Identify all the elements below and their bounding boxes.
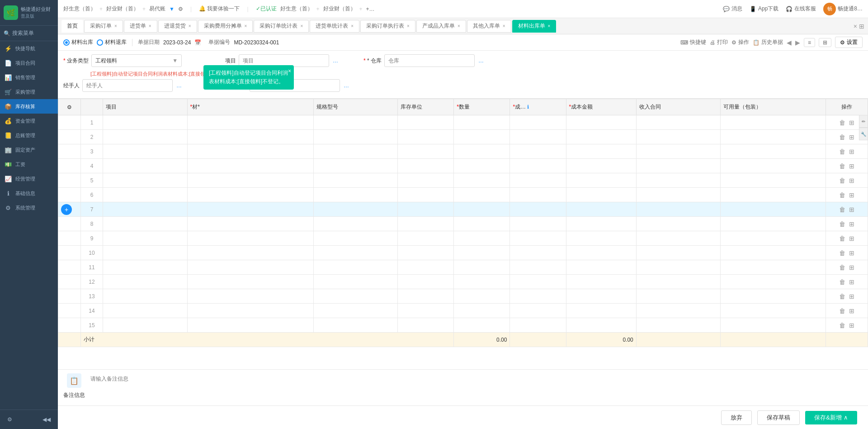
- row-spec[interactable]: [313, 260, 397, 275]
- row-copy-icon[interactable]: ⊞: [849, 220, 854, 228]
- row-cost-amount[interactable]: [566, 115, 636, 130]
- warehouse-input[interactable]: [384, 54, 475, 67]
- topbar-appdownload-btn[interactable]: 📱 App下载: [750, 5, 778, 13]
- row-delete-icon[interactable]: 🗑: [839, 119, 845, 126]
- topbar-message-btn[interactable]: 💬 消息: [723, 5, 742, 13]
- row-material[interactable]: [187, 159, 313, 173]
- row-spec[interactable]: [313, 217, 397, 231]
- sidebar-item-payroll[interactable]: 💵 工资: [0, 157, 58, 172]
- row-spec[interactable]: [313, 231, 397, 246]
- row-qty[interactable]: [454, 188, 510, 202]
- row-qty[interactable]: [454, 289, 510, 304]
- row-qty[interactable]: [454, 159, 510, 173]
- right-tool-2[interactable]: 🔧: [859, 128, 868, 140]
- row-delete-icon[interactable]: 🗑: [839, 293, 845, 300]
- tab-home[interactable]: 首页: [61, 20, 83, 33]
- row-cost-price[interactable]: [510, 275, 566, 289]
- row-copy-icon[interactable]: ⊞: [849, 119, 854, 126]
- row-cost-price[interactable]: [510, 289, 566, 304]
- income-contract-ellipsis-btn[interactable]: …: [344, 82, 349, 89]
- row-cost-amount[interactable]: [566, 144, 636, 159]
- tab-finished-goods[interactable]: 产成品入库单 ×: [416, 20, 466, 33]
- sidebar-item-fixed-assets[interactable]: 🏢 固定资产: [0, 143, 58, 157]
- row-income-contract[interactable]: [636, 173, 720, 188]
- topbar-dropdown-btn[interactable]: ▼: [169, 6, 175, 12]
- row-material[interactable]: [187, 188, 313, 202]
- row-cost-price[interactable]: [510, 173, 566, 188]
- tab-close-purchase-exec[interactable]: ×: [407, 24, 410, 29]
- row-unit[interactable]: [398, 246, 454, 260]
- row-income-contract[interactable]: [636, 304, 720, 318]
- row-material[interactable]: [187, 115, 313, 130]
- row-unit[interactable]: [398, 202, 454, 217]
- handler-ellipsis-btn[interactable]: …: [176, 82, 182, 89]
- operations-btn[interactable]: ⚙ 操作: [731, 38, 749, 46]
- row-income-contract[interactable]: [636, 159, 720, 173]
- row-unit[interactable]: [398, 231, 454, 246]
- row-copy-icon[interactable]: ⊞: [849, 191, 854, 199]
- row-cost-amount[interactable]: [566, 304, 636, 318]
- row-delete-icon[interactable]: 🗑: [839, 220, 845, 228]
- row-qty[interactable]: [454, 173, 510, 188]
- row-copy-icon[interactable]: ⊞: [849, 148, 854, 155]
- shortcut-key-btn[interactable]: ⌨ 快捷键: [680, 38, 706, 46]
- row-delete-icon[interactable]: 🗑: [839, 206, 845, 213]
- row-spec[interactable]: [313, 289, 397, 304]
- row-spec[interactable]: [313, 202, 397, 217]
- row-material[interactable]: [187, 304, 313, 318]
- tab-material-outbound[interactable]: 材料出库单 ×: [512, 20, 557, 33]
- tab-purchase-order[interactable]: 采购订单 ×: [84, 20, 123, 33]
- row-qty[interactable]: [454, 260, 510, 275]
- sidebar-item-sys-mgmt[interactable]: ⚙ 系统管理: [0, 200, 58, 215]
- row-available-qty[interactable]: [721, 130, 826, 144]
- radio-material-return[interactable]: 材料退库: [97, 38, 127, 46]
- row-material[interactable]: [187, 246, 313, 260]
- handler-input[interactable]: [82, 79, 173, 92]
- row-delete-icon[interactable]: 🗑: [839, 307, 845, 315]
- row-available-qty[interactable]: [721, 260, 826, 275]
- row-material[interactable]: [187, 202, 313, 217]
- row-income-contract[interactable]: [636, 289, 720, 304]
- row-income-contract[interactable]: [636, 231, 720, 246]
- row-unit[interactable]: [398, 275, 454, 289]
- settings-btn[interactable]: ⚙ 设置: [835, 37, 863, 48]
- next-doc-btn[interactable]: ▶: [795, 39, 800, 46]
- row-cost-amount[interactable]: [566, 289, 636, 304]
- row-material[interactable]: [187, 289, 313, 304]
- sidebar-search-menu[interactable]: 🔍 搜索菜单: [0, 26, 58, 41]
- row-cost-price[interactable]: [510, 202, 566, 217]
- row-delete-icon[interactable]: 🗑: [839, 235, 845, 242]
- row-available-qty[interactable]: [721, 275, 826, 289]
- row-copy-icon[interactable]: ⊞: [849, 293, 854, 300]
- row-copy-icon[interactable]: ⊞: [849, 133, 854, 141]
- row-unit[interactable]: [398, 173, 454, 188]
- save-new-btn[interactable]: 保存&新增 ∧: [805, 411, 857, 424]
- row-cost-price[interactable]: [510, 188, 566, 202]
- save-draft-btn[interactable]: 保存草稿: [757, 410, 800, 425]
- right-tool-1[interactable]: ✏: [859, 115, 868, 128]
- warehouse-ellipsis-btn[interactable]: …: [478, 57, 484, 64]
- row-spec[interactable]: [313, 144, 397, 159]
- row-project[interactable]: [103, 130, 187, 144]
- topbar-nav-good-biz2[interactable]: 好生意（首）: [280, 5, 313, 13]
- row-available-qty[interactable]: [721, 289, 826, 304]
- row-delete-icon[interactable]: 🗑: [839, 278, 845, 286]
- row-unit[interactable]: [398, 260, 454, 275]
- list-view-btn[interactable]: ≡: [804, 38, 815, 47]
- row-available-qty[interactable]: [721, 217, 826, 231]
- row-delete-icon[interactable]: 🗑: [839, 249, 845, 257]
- row-income-contract[interactable]: [636, 318, 720, 333]
- row-spec[interactable]: [313, 318, 397, 333]
- row-project[interactable]: [103, 115, 187, 130]
- row-cost-price[interactable]: [510, 217, 566, 231]
- calendar-icon[interactable]: 📅: [194, 39, 201, 46]
- tab-purchase-exec[interactable]: 采购订单执行表 ×: [360, 20, 415, 33]
- row-copy-icon[interactable]: ⊞: [849, 206, 854, 213]
- tab-close-purchase-order[interactable]: ×: [114, 24, 117, 29]
- radio-material-outbound[interactable]: 材料出库: [63, 38, 93, 46]
- row-cost-price[interactable]: [510, 115, 566, 130]
- sidebar-item-quick-nav[interactable]: ⚡ 快捷导航: [0, 41, 58, 56]
- row-copy-icon[interactable]: ⊞: [849, 264, 854, 271]
- tab-menu-btn[interactable]: ⊞: [859, 23, 864, 30]
- row-project[interactable]: [103, 246, 187, 260]
